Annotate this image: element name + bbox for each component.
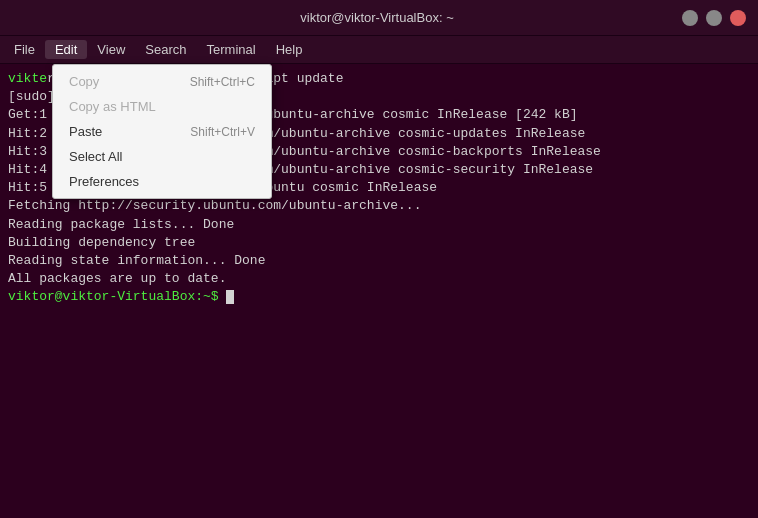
window-controls: ─ □ ✕	[682, 10, 746, 26]
terminal-prompt-line: viktor@viktor-VirtualBox:~$	[8, 288, 750, 306]
dropdown-select-all[interactable]: Select All	[53, 144, 271, 169]
terminal-line: Reading package lists... Done	[8, 216, 750, 234]
menu-help[interactable]: Help	[266, 40, 313, 59]
maximize-button[interactable]: □	[706, 10, 722, 26]
dropdown-select-all-label: Select All	[69, 149, 122, 164]
dropdown-paste-label: Paste	[69, 124, 102, 139]
dropdown-copy-html-label: Copy as HTML	[69, 99, 156, 114]
dropdown-paste-shortcut: Shift+Ctrl+V	[190, 125, 255, 139]
terminal-prompt: viktor@viktor-VirtualBox:~$	[8, 289, 219, 304]
prompt-user: vikte	[8, 71, 47, 86]
menu-terminal[interactable]: Terminal	[197, 40, 266, 59]
window-title: viktor@viktor-VirtualBox: ~	[72, 10, 682, 25]
terminal-line: Reading state information... Done	[8, 252, 750, 270]
close-button[interactable]: ✕	[730, 10, 746, 26]
terminal-line: All packages are up to date.	[8, 270, 750, 288]
dropdown-preferences-label: Preferences	[69, 174, 139, 189]
dropdown-copy[interactable]: Copy Shift+Ctrl+C	[53, 69, 271, 94]
terminal-line: Fetching http://security.ubuntu.com/ubun…	[8, 197, 750, 215]
minimize-button[interactable]: ─	[682, 10, 698, 26]
title-bar: viktor@viktor-VirtualBox: ~ ─ □ ✕	[0, 0, 758, 36]
terminal-cursor	[226, 290, 234, 304]
menu-view[interactable]: View	[87, 40, 135, 59]
dropdown-copy-label: Copy	[69, 74, 99, 89]
dropdown-preferences[interactable]: Preferences	[53, 169, 271, 194]
dropdown-copy-html[interactable]: Copy as HTML	[53, 94, 271, 119]
terminal-line: Building dependency tree	[8, 234, 750, 252]
menu-edit[interactable]: Edit	[45, 40, 87, 59]
edit-dropdown: Copy Shift+Ctrl+C Copy as HTML Paste Shi…	[52, 64, 272, 199]
dropdown-copy-shortcut: Shift+Ctrl+C	[190, 75, 255, 89]
menu-bar: File Edit View Search Terminal Help Copy…	[0, 36, 758, 64]
dropdown-paste[interactable]: Paste Shift+Ctrl+V	[53, 119, 271, 144]
menu-search[interactable]: Search	[135, 40, 196, 59]
menu-file[interactable]: File	[4, 40, 45, 59]
